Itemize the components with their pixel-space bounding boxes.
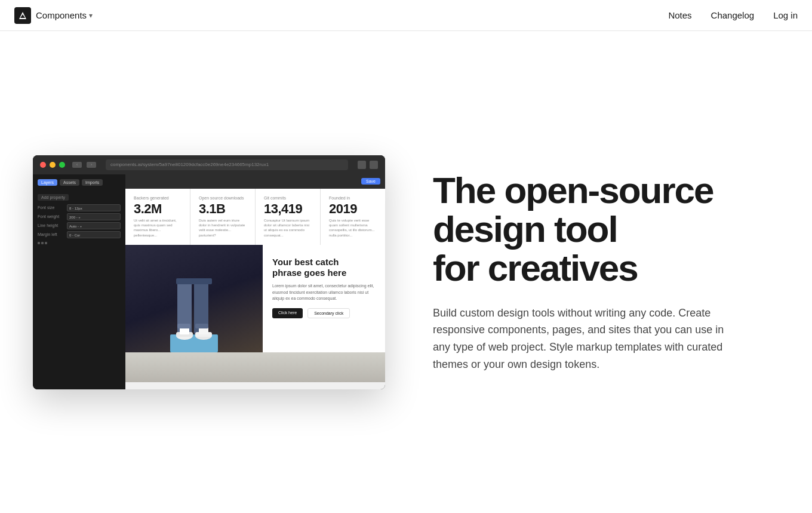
nav-brand-text: Components [36, 10, 87, 20]
stat-value-2: 13,419 [264, 202, 312, 216]
sidebar-tabs: Layers Assets Imports [38, 179, 121, 186]
jeans-illustration [170, 257, 218, 352]
hero-tagline: Your best catch phrase goes here [272, 257, 376, 278]
stat-item-3: Founded in 2019 Quis te volupte verit es… [321, 189, 385, 245]
assets-tab[interactable]: Assets [60, 179, 79, 186]
main-headline: The open-source design tool for creative… [433, 171, 779, 287]
font-size-row: Font size 8 - 12px [38, 204, 121, 211]
line-height-value: Auto - + [69, 223, 118, 230]
imports-tab[interactable]: Imports [82, 179, 103, 186]
hero-section: Your best catch phrase goes here Lorem i… [125, 245, 385, 352]
nav-changelog-link[interactable]: Changelog [711, 10, 755, 20]
stat-desc-3: Quis te volupte verit esse quam sollent … [329, 218, 377, 238]
hero-body: Lorem ipsum dolor sit amet, consectetur … [272, 283, 376, 302]
app-main: Save Backers generated 3.2M Ut velit sit… [125, 174, 385, 389]
screenshot-container: ‹ › components.ai/system/5a97ne801209dcf… [33, 155, 385, 389]
font-size-value: 8 - 12px [69, 205, 118, 212]
sidebar-dots [38, 242, 47, 244]
svg-rect-12 [177, 324, 190, 328]
hero-content: Your best catch phrase goes here Lorem i… [263, 245, 385, 352]
stat-item-1: Open source downloads 3.1B Duis autem ve… [190, 189, 256, 245]
dot2 [41, 242, 44, 244]
svg-rect-13 [195, 324, 208, 328]
chevron-down-icon: ▾ [89, 11, 93, 20]
traffic-lights [40, 162, 65, 168]
font-weight-field[interactable]: 200 - + [67, 213, 121, 220]
stat-item-0: Backers generated 3.2M Ut velit sit amet… [125, 189, 190, 245]
minimize-dot [50, 162, 56, 168]
sidebar-fields: Font size 8 - 12px Font weight 200 - + [38, 204, 121, 238]
nav-brand[interactable]: Components ▾ [36, 10, 93, 20]
nav-notes-link[interactable]: Notes [668, 10, 691, 20]
fullscreen-dot [59, 162, 65, 168]
browser-address-bar[interactable]: components.ai/system/5a97ne801209dcfacc0… [106, 159, 348, 170]
app-topbar: Save [125, 174, 385, 189]
svg-rect-5 [176, 278, 212, 284]
hero-tagline-line1: Your best catch [272, 257, 339, 267]
font-size-field[interactable]: 8 - 12px [67, 204, 121, 211]
hero-primary-btn[interactable]: Click here [272, 308, 303, 318]
address-text: components.ai/system/5a97ne801209dcfacc0… [110, 162, 269, 167]
navbar: Components ▾ Notes Changelog Log in [0, 0, 812, 31]
logo-icon[interactable] [14, 7, 31, 24]
new-tab-icon[interactable] [370, 161, 378, 169]
nav-right: Notes Changelog Log in [668, 10, 798, 20]
headline-line2: design tool [433, 208, 617, 250]
margin-left-label: Margin left [38, 232, 64, 236]
forward-btn[interactable]: › [87, 162, 96, 168]
main-content: ‹ › components.ai/system/5a97ne801209dcf… [0, 0, 812, 513]
share-icon[interactable] [358, 161, 366, 169]
text-content: The open-source design tool for creative… [433, 171, 779, 373]
nav-left: Components ▾ [14, 7, 93, 24]
browser-titlebar: ‹ › components.ai/system/5a97ne801209dcf… [33, 155, 385, 174]
layers-tab[interactable]: Layers [38, 179, 57, 186]
line-height-row: Line height Auto - + [38, 222, 121, 229]
dot1 [38, 242, 40, 244]
margin-left-row: Margin left 0 - Cor [38, 231, 121, 238]
headline-line3: for creatives [433, 247, 638, 288]
add-property-btn[interactable]: Add property [38, 194, 69, 201]
stat-value-0: 3.2M [134, 202, 182, 216]
stat-item-2: Git commits 13,419 Conuaptur Ut laorsum … [256, 189, 321, 245]
hero-buttons: Click here Secondary click [272, 308, 376, 318]
stat-label-1: Open source downloads [199, 196, 247, 200]
app-content: Layers Assets Imports Add property Font … [33, 174, 385, 389]
bottom-preview [125, 352, 385, 382]
nav-login-link[interactable]: Log in [773, 10, 798, 20]
stat-value-1: 3.1B [199, 202, 247, 216]
browser-mockup: ‹ › components.ai/system/5a97ne801209dcf… [33, 155, 385, 389]
stat-value-3: 2019 [329, 202, 377, 216]
app-bottom-strip [125, 352, 385, 382]
font-weight-value: 200 - + [69, 214, 118, 221]
margin-left-field[interactable]: 0 - Cor [67, 231, 121, 238]
stat-label-3: Founded in [329, 196, 377, 200]
stats-section: Backers generated 3.2M Ut velit sit amet… [125, 189, 385, 245]
main-description: Build custom design tools without writin… [433, 305, 743, 373]
margin-left-value: 0 - Cor [69, 232, 118, 239]
stat-label-2: Git commits [264, 196, 312, 200]
back-btn[interactable]: ‹ [72, 162, 82, 168]
stat-desc-2: Conuaptur Ut laorsum ipsum dolor sit ull… [264, 218, 312, 238]
browser-controls: ‹ › [72, 162, 96, 168]
font-size-label: Font size [38, 205, 64, 210]
dot3 [45, 242, 47, 244]
stat-label-0: Backers generated [134, 196, 182, 200]
line-height-label: Line height [38, 223, 64, 228]
font-weight-label: Font weight [38, 214, 64, 219]
stat-desc-1: Duis autem vel eum iriure dolor in hendr… [199, 218, 247, 238]
line-height-field[interactable]: Auto - + [67, 222, 121, 229]
save-button[interactable]: Save [361, 178, 380, 185]
app-sidebar: Layers Assets Imports Add property Font … [33, 174, 125, 389]
font-weight-row: Font weight 200 - + [38, 213, 121, 220]
hero-image [125, 245, 263, 352]
browser-actions [358, 161, 378, 169]
sidebar-bottom [38, 242, 121, 244]
stat-desc-0: Ut velit sit amet a tincidunt, quis maxi… [134, 218, 182, 238]
hero-secondary-btn[interactable]: Secondary click [307, 308, 350, 318]
hero-tagline-line2: phrase goes here [272, 268, 346, 278]
close-dot [40, 162, 46, 168]
headline-line1: The open-source [433, 170, 713, 211]
